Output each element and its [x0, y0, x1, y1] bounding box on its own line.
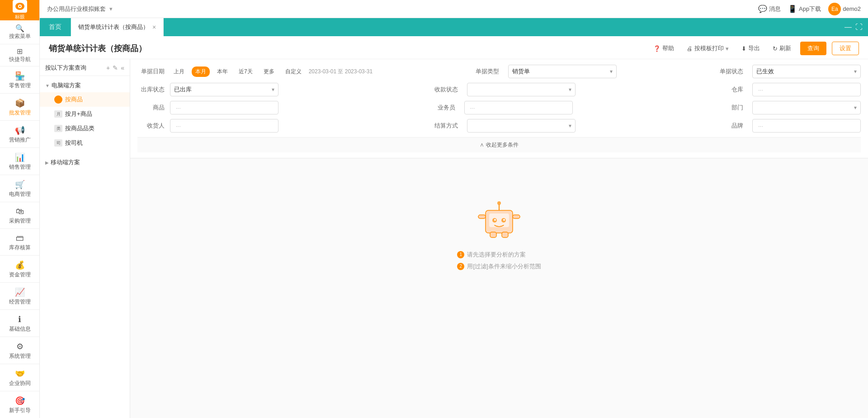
tab-bar: 首页 销货单统计计表（按商品） × — ⛶	[40, 18, 868, 36]
export-label: 导出	[748, 44, 760, 52]
tab-home[interactable]: 首页	[40, 18, 71, 36]
add-scheme-btn[interactable]: +	[106, 64, 110, 71]
doc-status-value: 已生效	[756, 67, 774, 76]
retail-label: 零售管理	[9, 82, 31, 90]
message-btn[interactable]: 💬 消息	[758, 5, 781, 13]
sidebar-item-sales[interactable]: 📊 销售管理	[0, 148, 39, 175]
tab-active-sales[interactable]: 销货单统计计表（按商品） ×	[71, 18, 164, 36]
tab-close-icon[interactable]: ×	[152, 24, 156, 31]
right-content: 单据日期 上月 本月 本年 近7天 更多 自定义 2023-03-01 至 20…	[130, 59, 868, 418]
date-range-text: 2023-03-01 至 2023-03-31	[309, 68, 373, 76]
sidebar-item-finance[interactable]: 💰 资金管理	[0, 256, 39, 283]
date-tab-7days[interactable]: 近7天	[235, 66, 256, 77]
hint-text-2: 用[过滤]条件来缩小分析范围	[467, 261, 541, 272]
brand-input[interactable]: ···	[752, 119, 861, 133]
sidebar-item-marketing[interactable]: 📢 营销推广	[0, 121, 39, 148]
tree-child-by-goods[interactable]: 按商品	[40, 92, 130, 107]
tab-minimize-btn[interactable]: —	[844, 23, 852, 31]
sidebar-item-wholesale[interactable]: 📦 批发管理	[0, 94, 39, 121]
left-panel: 按以下方案查询 + ✎ « ▼ 电脑端方案 按商品	[40, 59, 130, 418]
refresh-btn[interactable]: ↻ 刷新	[769, 43, 795, 54]
doc-type-select[interactable]: 销货单 ▾	[508, 65, 617, 78]
search-menu-label: 搜索菜单	[0, 33, 39, 40]
sidebar-item-retail[interactable]: 🏪 零售管理	[0, 66, 39, 94]
sidebar-item-purchase[interactable]: 🛍 采购管理	[0, 202, 39, 229]
left-panel-header: 按以下方案查询 + ✎ «	[40, 59, 130, 76]
user-name: demo2	[843, 5, 861, 12]
marketing-label: 营销推广	[9, 136, 31, 144]
left-panel-title: 按以下方案查询	[45, 64, 86, 72]
out-status-select[interactable]: 已出库 ▾	[170, 83, 278, 96]
sidebar-search[interactable]: 🔍 搜索菜单	[0, 20, 39, 44]
ecommerce-label: 电商管理	[9, 190, 31, 198]
hint-num-2: 2	[457, 263, 464, 270]
finance-icon: 💰	[15, 260, 25, 270]
purchase-icon: 🛍	[16, 207, 24, 216]
template-print-btn[interactable]: 🖨 按模板打印 ▾	[683, 43, 732, 54]
edit-scheme-btn[interactable]: ✎	[113, 64, 118, 71]
sidebar-nav[interactable]: ⊞ 快捷导航	[0, 44, 39, 66]
collapse-bar[interactable]: ∧ 收起更多条件	[137, 137, 861, 152]
payment-status-select[interactable]: ▾	[467, 83, 576, 96]
tree-expand-icon: ▼	[45, 83, 50, 88]
sidebar-item-base-info[interactable]: ℹ 基础信息	[0, 310, 39, 337]
app-download-btn[interactable]: 📱 App下载	[788, 5, 821, 13]
tree-child-driver[interactable]: 司 按司机	[40, 136, 130, 150]
tab-maximize-btn[interactable]: ⛶	[855, 23, 863, 31]
sidebar-item-system[interactable]: ⚙ 系统管理	[0, 337, 39, 364]
operations-icon: 📈	[15, 287, 25, 297]
goods-input[interactable]: ···	[170, 101, 278, 114]
export-btn[interactable]: ⬇ 导出	[738, 43, 764, 54]
receiver-input[interactable]: ···	[170, 119, 278, 133]
avatar: Ea	[828, 3, 841, 15]
department-select[interactable]: ▾	[752, 101, 861, 114]
svg-point-9	[503, 219, 505, 221]
system-label: 系统管理	[9, 352, 31, 360]
collapse-panel-btn[interactable]: «	[121, 64, 124, 71]
out-status-label: 出库状态	[137, 86, 165, 94]
date-tab-last-month[interactable]: 上月	[170, 66, 188, 77]
wholesale-icon: 📦	[15, 98, 25, 108]
tree-child-month-goods[interactable]: 月 按月+商品	[40, 107, 130, 121]
svg-rect-12	[478, 215, 486, 218]
page-title-bar: 销货单统计计表（按商品） ❓ 帮助 🖨 按模板打印 ▾ ⬇ 导出 ↻ 刷新	[40, 36, 868, 59]
sidebar-item-enterprise[interactable]: 🤝 企业协同	[0, 364, 39, 391]
date-tab-this-month[interactable]: 本月	[192, 66, 210, 77]
user-area[interactable]: Ea demo2	[828, 3, 861, 15]
active-scheme-icon	[54, 95, 62, 104]
template-print-label: 按模板打印	[694, 44, 724, 52]
tree-parent-desktop[interactable]: ▼ 电脑端方案	[40, 79, 130, 92]
date-tab-more[interactable]: 更多	[260, 66, 278, 77]
settings-btn[interactable]: 设置	[832, 42, 859, 55]
dropdown-arrow[interactable]: ▾	[109, 5, 113, 12]
doc-status-label: 单据状态	[720, 67, 743, 76]
sidebar-item-ecommerce[interactable]: 🛒 电商管理	[0, 175, 39, 202]
svg-point-8	[494, 219, 496, 221]
finance-label: 资金管理	[9, 271, 31, 279]
salesperson-input[interactable]: ···	[464, 101, 573, 114]
department-label: 部门	[731, 104, 743, 112]
payment-method-select[interactable]: ▾	[467, 119, 576, 133]
header-left: 办公用品行业模拟账套 ▾	[47, 5, 113, 13]
page-content: 销货单统计计表（按商品） ❓ 帮助 🖨 按模板打印 ▾ ⬇ 导出 ↻ 刷新	[40, 36, 868, 418]
sidebar-item-inventory[interactable]: 🗃 库存核算	[0, 229, 39, 256]
sidebar-logo[interactable]: 标眼	[0, 0, 40, 20]
export-icon: ⬇	[741, 45, 746, 52]
sidebar-item-guide[interactable]: 🎯 新手引导	[0, 391, 39, 418]
tree-parent-mobile[interactable]: ▶ 移动端方案	[40, 156, 130, 169]
svg-point-2	[19, 5, 21, 7]
out-status-value: 已出库	[174, 86, 192, 94]
date-tab-this-year[interactable]: 本年	[213, 66, 231, 77]
help-btn[interactable]: ❓ 帮助	[650, 43, 678, 54]
date-tab-custom[interactable]: 自定义	[282, 66, 305, 77]
avatar-initials: Ea	[831, 6, 838, 12]
warehouse-input[interactable]: ···	[752, 83, 861, 96]
sidebar-item-operations[interactable]: 📈 经营管理	[0, 283, 39, 310]
enterprise-label: 企业协同	[9, 380, 31, 387]
query-btn[interactable]: 查询	[800, 42, 826, 55]
tree-child-category[interactable]: 类 按商品品类	[40, 121, 130, 136]
inventory-label: 库存核算	[9, 244, 31, 252]
doc-type-value: 销货单	[512, 67, 530, 76]
doc-status-select[interactable]: 已生效 ▾	[752, 65, 861, 78]
settings-label: 设置	[840, 44, 851, 52]
